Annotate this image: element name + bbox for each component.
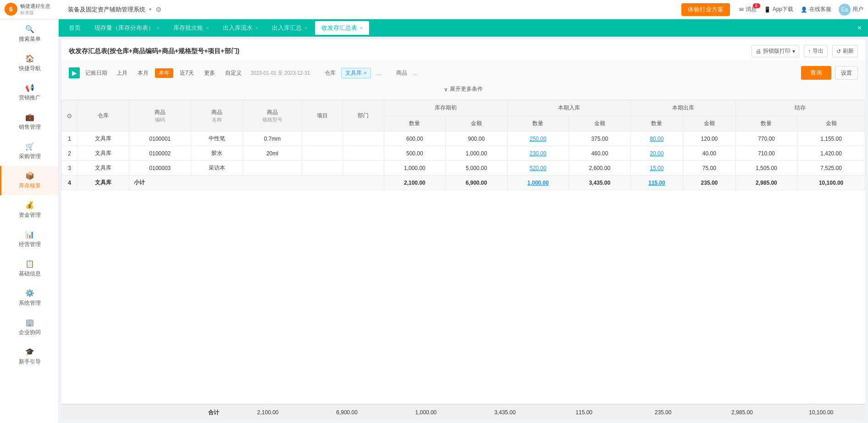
subtotal-out-amt: 235.00 (683, 176, 736, 190)
sidebar-item-inventory[interactable]: 📦 库存核算 (0, 166, 58, 195)
app-download-item[interactable]: 📱 App下载 (764, 5, 793, 13)
table-row: 1 文具库 0100001 中性笔 0.7mm 600.00 900.00 25… (62, 132, 865, 146)
filter-settings-button[interactable]: 设置 (835, 66, 858, 80)
tab-batch-label: 库存批次账 (173, 24, 203, 32)
online-service-label: 在线客服 (809, 5, 831, 13)
col-out-qty: 数量 (630, 116, 683, 132)
row-product-name: 采访本 (191, 161, 243, 176)
sidebar-item-basic-info[interactable]: 📋 基础信息 (0, 254, 58, 283)
row-in-amt: 2,600.00 (569, 161, 630, 176)
header-right: ✉ 消息 6 📱 App下载 👤 在线客服 Ea 用户 (739, 4, 863, 16)
service-icon: 👤 (801, 6, 807, 13)
subtotal-open-qty: 2,100.00 (384, 176, 445, 190)
system-name-area: 装备及固定资产辅助管理系统 ▾ ⚙ (68, 5, 681, 14)
row-in-qty[interactable]: 520.00 (507, 161, 569, 176)
logo-text: 畅捷通好生意 (20, 3, 50, 9)
online-service-item[interactable]: 👤 在线客服 (801, 5, 831, 13)
row-out-qty[interactable]: 20.00 (630, 146, 683, 161)
date-prev-month[interactable]: 上月 (113, 68, 131, 78)
system-title: 装备及固定资产辅助管理系统 (68, 5, 145, 14)
row-open-qty: 600.00 (384, 132, 445, 146)
tab-home[interactable]: 首页 (62, 21, 87, 35)
col-settings[interactable]: ⚙ (62, 100, 77, 132)
refresh-button[interactable]: ↺ 刷新 (832, 45, 858, 57)
date-filter-label: 记账日期 (85, 69, 107, 77)
table-gear-icon[interactable]: ⚙ (66, 112, 72, 120)
date-cur-year[interactable]: 本年 (155, 68, 173, 78)
message-item[interactable]: ✉ 消息 6 (739, 5, 757, 13)
export-button[interactable]: ↑ 导出 (804, 45, 828, 57)
user-label: 用户 (852, 5, 863, 13)
subtotal-open-amt: 6,900.00 (446, 176, 507, 190)
sidebar-item-enterprise[interactable]: 🏢 企业协同 (0, 313, 58, 342)
row-out-qty[interactable]: 15.00 (630, 161, 683, 176)
sidebar-item-operations[interactable]: 📊 经营管理 (0, 225, 58, 254)
tab-inout-flow[interactable]: 出入库流水 × (216, 21, 265, 35)
sidebar-item-system[interactable]: ⚙️ 系统管理 (0, 283, 58, 313)
tab-inout-summary[interactable]: 出入库汇总 × (265, 21, 314, 35)
sidebar-item-marketing[interactable]: 📢 营销推广 (0, 78, 58, 107)
query-actions: 查询 设置 (801, 66, 858, 80)
row-warehouse: 文具库 (77, 132, 129, 146)
row-out-qty[interactable]: 80.00 (630, 132, 683, 146)
col-bal-amt: 金额 (797, 116, 865, 132)
col-open-amt: 金额 (446, 116, 507, 132)
tab-inout-summary-label: 出入库汇总 (272, 24, 302, 32)
tab-bar: 首页 现存量（库存分布表） × 库存批次账 × 出入库流水 × 出入库汇总 × … (59, 19, 868, 37)
col-in-amt: 金额 (569, 116, 630, 132)
system-dropdown-icon[interactable]: ▾ (149, 6, 152, 12)
row-open-qty: 1,000.00 (384, 161, 445, 176)
product-filter-dots[interactable]: ... (413, 69, 418, 77)
tab-batch[interactable]: 库存批次账 × (167, 21, 215, 35)
sidebar-item-quick-nav[interactable]: 🏠 快捷导航 (0, 49, 58, 78)
date-cur-month[interactable]: 本月 (134, 68, 152, 78)
tab-inventory-dist[interactable]: 现存量（库存分布表） × (88, 21, 166, 35)
row-out-amt: 75.00 (683, 161, 736, 176)
sidebar-item-search[interactable]: 🔍 搜索菜单 (0, 19, 58, 49)
total-open-amt: 6,900.00 (329, 409, 365, 416)
row-in-qty[interactable]: 230.00 (507, 146, 569, 161)
row-out-amt: 40.00 (683, 146, 736, 161)
sidebar-label-system: 系统管理 (19, 299, 41, 307)
settings-icon[interactable]: ⚙ (155, 5, 161, 14)
phone-icon: 📱 (764, 6, 771, 13)
table-row: 3 文具库 0100003 采访本 1,000.00 5,000.00 520.… (62, 161, 865, 176)
sidebar-item-purchase[interactable]: 🛒 采购管理 (0, 137, 58, 166)
row-bal-amt: 1,420.00 (797, 146, 865, 161)
sidebar-item-finance[interactable]: 💰 资金管理 (0, 195, 58, 225)
page-actions: 🖨 拆锁版打印 ▾ ↑ 导出 ↺ 刷新 (752, 45, 858, 57)
sidebar-label-inventory: 库存核算 (19, 182, 41, 190)
row-in-qty[interactable]: 250.00 (507, 132, 569, 146)
filter-area: ▶ 记账日期 上月 本月 本年 近7天 更多 自定义 2023-01-01 至 … (61, 61, 865, 100)
row-product-spec: 0.7mm (243, 132, 302, 146)
tab-recv-send-close[interactable]: × (360, 25, 363, 31)
date-custom[interactable]: 自定义 (221, 68, 245, 78)
user-item[interactable]: Ea 用户 (839, 4, 863, 16)
tab-inout-summary-close[interactable]: × (304, 25, 307, 31)
query-button[interactable]: 查询 (801, 66, 831, 80)
date-range-text: 2023-01-01 至 2023-12-31 (251, 70, 310, 77)
enterprise-icon: 🏢 (25, 318, 34, 327)
trial-button[interactable]: 体验行业方案 (681, 3, 730, 16)
tab-inout-flow-close[interactable]: × (255, 25, 258, 31)
total-values: 2,100.00 6,900.00 1,000.00 3,435.00 115.… (228, 409, 861, 416)
row-out-amt: 120.00 (683, 132, 736, 146)
tab-batch-close[interactable]: × (206, 25, 209, 31)
print-button[interactable]: 🖨 拆锁版打印 ▾ (752, 45, 799, 57)
tab-recv-send[interactable]: 收发存汇总表 × (315, 21, 369, 35)
sidebar-item-sales[interactable]: 💼 销售管理 (0, 107, 58, 137)
total-bal-qty: 2,985.00 (724, 409, 760, 416)
warehouse-tag-remove[interactable]: × (364, 70, 366, 76)
sidebar-item-guide[interactable]: 🎓 新手引导 (0, 342, 58, 371)
tab-bar-end: × (855, 24, 864, 32)
tab-inventory-dist-close[interactable]: × (157, 25, 160, 31)
tab-close-all-button[interactable]: × (855, 24, 864, 32)
col-in-qty: 数量 (507, 116, 569, 132)
filter-expand-button[interactable]: ▶ (69, 67, 80, 78)
expand-more-button[interactable]: ∨ 展开更多条件 (440, 83, 487, 95)
system-icon: ⚙️ (25, 289, 34, 297)
date-more[interactable]: 更多 (200, 68, 219, 78)
warehouse-filter-dots[interactable]: ... (376, 69, 382, 77)
date-last-7[interactable]: 近7天 (176, 68, 198, 78)
logo-area: 6 畅捷通好生意 标准版 (5, 3, 63, 16)
